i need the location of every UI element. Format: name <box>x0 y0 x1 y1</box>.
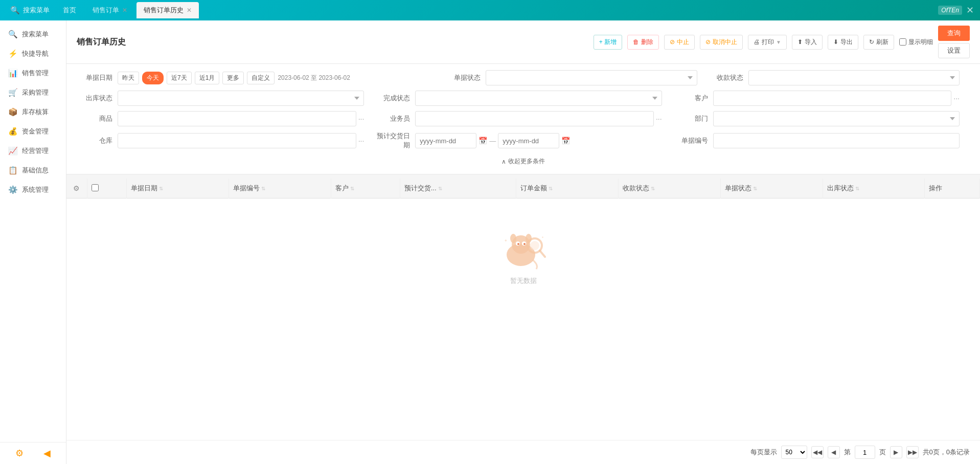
th-number[interactable]: 单据编号 ⇅ <box>229 179 331 198</box>
complete-status-select[interactable] <box>415 91 662 106</box>
th-out-status[interactable]: 出库状态 ⇅ <box>823 179 925 198</box>
label-warehouse: 仓库 <box>77 136 118 145</box>
sidebar-item-purchase-mgmt[interactable]: 🛒 采购管理 <box>0 83 66 102</box>
label-doc-number: 单据编号 <box>672 136 713 145</box>
sidebar-item-quick-nav[interactable]: ⚡ 快捷导航 <box>0 44 66 63</box>
import-button[interactable]: ⬆ 导入 <box>792 35 823 50</box>
top-bar-right: OfTEn ✕ <box>938 5 974 16</box>
date-btn-today[interactable]: 今天 <box>142 72 164 84</box>
page-input[interactable] <box>855 446 875 459</box>
first-page-btn[interactable]: ◀◀ <box>811 446 824 458</box>
settings-gear-icon[interactable]: ⚙ <box>73 184 80 192</box>
doc-number-input[interactable] <box>713 133 960 148</box>
tab-sales-order-history[interactable]: 销售订单历史 ✕ <box>136 2 199 18</box>
field-delivery-date: 📅 — 📅 <box>415 133 662 148</box>
sidebar-item-search-menu[interactable]: 🔍 搜索菜单 <box>0 25 66 44</box>
prev-page-btn[interactable]: ◀ <box>828 446 840 458</box>
sales-mgmt-icon: 📊 <box>8 69 18 78</box>
product-input[interactable] <box>118 111 356 126</box>
th-amount[interactable]: 订单金额 ⇅ <box>516 179 618 198</box>
collapse-sidebar-icon[interactable]: ◀ <box>43 448 51 459</box>
date-btn-yesterday[interactable]: 昨天 <box>118 72 139 84</box>
sidebar-item-system-mgmt[interactable]: ⚙️ 系统管理 <box>0 180 66 200</box>
query-button[interactable]: 查询 <box>938 26 970 41</box>
sidebar-item-basic-info[interactable]: 📋 基础信息 <box>0 161 66 180</box>
th-doc-status[interactable]: 单据状态 ⇅ <box>720 179 823 198</box>
print-button[interactable]: 🖨 打印 ▼ <box>748 35 787 50</box>
th-delivery[interactable]: 预计交货... ⇅ <box>400 179 516 198</box>
select-all-checkbox[interactable] <box>92 184 99 191</box>
sidebar-item-capital[interactable]: 💰 资金管理 <box>0 122 66 141</box>
delete-button[interactable]: 🗑 删除 <box>627 35 659 50</box>
sidebar-item-sales-mgmt[interactable]: 📊 销售管理 <box>0 63 66 83</box>
display-toggle-checkbox[interactable] <box>899 38 906 46</box>
export-button[interactable]: ⬇ 导出 <box>828 35 858 50</box>
date-btn-more[interactable]: 更多 <box>222 72 244 84</box>
warehouse-input[interactable] <box>118 133 356 148</box>
total-info: 共0页，0条记录 <box>923 448 970 457</box>
salesperson-input[interactable] <box>415 111 654 126</box>
filter-divider: ∧ 收起更多条件 <box>77 155 970 168</box>
th-customer-label: 客户 <box>335 184 349 193</box>
th-payment-status-label: 收款状态 <box>623 184 649 193</box>
out-status-select[interactable] <box>118 91 364 106</box>
settings-bottom-icon[interactable]: ⚙ <box>15 448 24 459</box>
th-date[interactable]: 单据日期 ⇅ <box>126 179 229 198</box>
field-payment-status <box>748 70 960 85</box>
set-button-label: 设置 <box>947 47 961 54</box>
cancel-stop-button-label: 取消中止 <box>713 38 737 47</box>
sidebar-item-quick-nav-label: 快捷导航 <box>22 49 49 58</box>
export-icon: ⬇ <box>833 38 838 46</box>
empty-illustration: ✦ ✦ <box>498 229 549 270</box>
window-close-btn[interactable]: ✕ <box>966 5 974 16</box>
delivery-date-start[interactable] <box>415 133 476 148</box>
set-button[interactable]: 设置 <box>938 43 970 58</box>
table-header: ⚙ 单据日期 ⇅ <box>66 179 980 198</box>
field-salesperson: ··· <box>415 111 662 126</box>
main-layout: 🔍 搜索菜单 ⚡ 快捷导航 📊 销售管理 🛒 采购管理 📦 库存核算 💰 资金管… <box>0 20 980 464</box>
delivery-date-end[interactable] <box>498 133 559 148</box>
purchase-mgmt-icon: 🛒 <box>8 88 18 97</box>
tab-sales-order-close[interactable]: ✕ <box>122 7 127 14</box>
payment-status-select[interactable] <box>748 70 960 85</box>
label-delivery-date: 预计交货日期 <box>374 131 415 150</box>
th-date-label: 单据日期 <box>131 184 157 193</box>
sidebar-item-inventory[interactable]: 📦 库存核算 <box>0 102 66 122</box>
sort-icon-amount: ⇅ <box>549 186 553 191</box>
cancel-stop-button[interactable]: ⊘ 取消中止 <box>700 35 743 50</box>
stop-button[interactable]: ⊘ 中止 <box>664 35 695 50</box>
th-payment-status[interactable]: 收款状态 ⇅ <box>618 179 720 198</box>
sidebar-item-operations[interactable]: 📈 经营管理 <box>0 141 66 161</box>
refresh-button[interactable]: ↻ 刷新 <box>863 35 894 50</box>
cal-icon-end[interactable]: 📅 <box>561 137 570 145</box>
new-button[interactable]: + 新增 <box>594 35 622 50</box>
cal-icon-start[interactable]: 📅 <box>478 137 487 145</box>
content-area: 销售订单历史 + 新增 🗑 删除 ⊘ 中止 ⊘ 取消中止 🖨 <box>66 20 980 464</box>
warehouse-dots[interactable]: ··· <box>358 137 364 145</box>
tab-sales-order[interactable]: 销售订单 ✕ <box>85 2 134 18</box>
tab-home[interactable]: 首页 <box>56 2 83 18</box>
department-select[interactable] <box>713 111 960 126</box>
page-title: 销售订单历史 <box>77 37 126 48</box>
date-btn-1month[interactable]: 近1月 <box>195 72 220 84</box>
tab-sales-order-history-close[interactable]: ✕ <box>187 7 192 14</box>
salesperson-dots[interactable]: ··· <box>656 115 662 123</box>
collapse-button[interactable]: ∧ 收起更多条件 <box>499 155 547 168</box>
customer-input[interactable] <box>713 91 952 106</box>
sort-icon-out-status: ⇅ <box>855 186 859 191</box>
svg-point-7 <box>523 243 526 245</box>
sidebar-item-capital-label: 资金管理 <box>22 127 49 136</box>
next-page-btn[interactable]: ▶ <box>890 446 902 458</box>
page-size-select[interactable]: 20 50 100 <box>781 446 807 459</box>
product-dots[interactable]: ··· <box>358 115 364 123</box>
date-btn-7days[interactable]: 近7天 <box>167 72 192 84</box>
last-page-btn[interactable]: ▶▶ <box>906 446 919 458</box>
doc-status-select[interactable] <box>486 70 697 85</box>
tab-sales-order-history-label: 销售订单历史 <box>144 6 184 15</box>
display-toggle[interactable]: 显示明细 <box>899 38 933 47</box>
th-customer[interactable]: 客户 ⇅ <box>331 179 400 198</box>
page-header: 销售订单历史 + 新增 🗑 删除 ⊘ 中止 ⊘ 取消中止 🖨 <box>66 20 980 64</box>
customer-dots[interactable]: ··· <box>953 94 960 102</box>
search-menu-btn[interactable]: 🔍 搜索菜单 <box>6 4 54 17</box>
date-btn-custom[interactable]: 自定义 <box>247 72 275 84</box>
